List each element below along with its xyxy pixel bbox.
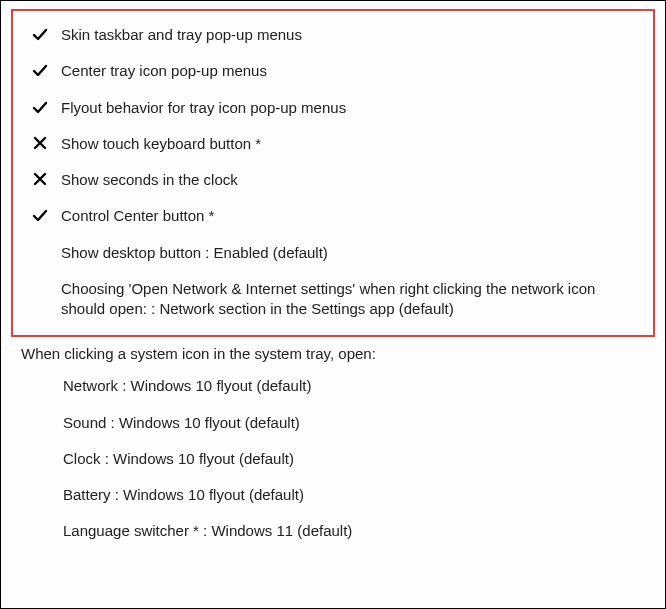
check-icon [29, 63, 51, 79]
sub-option-row[interactable]: Network : Windows 10 flyout (default) [63, 376, 645, 396]
option-label: Show desktop button : Enabled (default) [61, 243, 637, 263]
sub-option-row[interactable]: Battery : Windows 10 flyout (default) [63, 485, 645, 505]
option-row[interactable]: Show seconds in the clock [29, 170, 637, 190]
option-label: Show touch keyboard button * [61, 134, 637, 154]
check-icon [29, 27, 51, 43]
option-row[interactable]: Flyout behavior for tray icon pop-up men… [29, 98, 637, 118]
sub-option-row[interactable]: Clock : Windows 10 flyout (default) [63, 449, 645, 469]
option-row[interactable]: Show touch keyboard button * [29, 134, 637, 154]
check-icon [29, 100, 51, 116]
option-row[interactable]: Choosing 'Open Network & Internet settin… [29, 279, 637, 320]
check-icon [29, 208, 51, 224]
option-row[interactable]: Skin taskbar and tray pop-up menus [29, 25, 637, 45]
sub-option-label: Clock : Windows 10 flyout (default) [63, 449, 645, 469]
option-row[interactable]: Center tray icon pop-up menus [29, 61, 637, 81]
option-label: Choosing 'Open Network & Internet settin… [61, 279, 637, 320]
sub-option-label: Battery : Windows 10 flyout (default) [63, 485, 645, 505]
sub-option-label: Language switcher * : Windows 11 (defaul… [63, 521, 645, 541]
highlighted-settings-group: Skin taskbar and tray pop-up menus Cente… [11, 9, 655, 337]
option-label: Skin taskbar and tray pop-up menus [61, 25, 637, 45]
cross-icon [29, 172, 51, 186]
option-label: Center tray icon pop-up menus [61, 61, 637, 81]
section-heading: When clicking a system icon in the syste… [21, 345, 645, 362]
sub-option-row[interactable]: Sound : Windows 10 flyout (default) [63, 413, 645, 433]
option-label: Show seconds in the clock [61, 170, 637, 190]
sub-option-row[interactable]: Language switcher * : Windows 11 (defaul… [63, 521, 645, 541]
option-row[interactable]: Show desktop button : Enabled (default) [29, 243, 637, 263]
sub-option-label: Sound : Windows 10 flyout (default) [63, 413, 645, 433]
sub-option-label: Network : Windows 10 flyout (default) [63, 376, 645, 396]
option-label: Control Center button * [61, 206, 637, 226]
system-tray-icon-options: Network : Windows 10 flyout (default) So… [63, 376, 645, 541]
option-label: Flyout behavior for tray icon pop-up men… [61, 98, 637, 118]
cross-icon [29, 136, 51, 150]
option-row[interactable]: Control Center button * [29, 206, 637, 226]
